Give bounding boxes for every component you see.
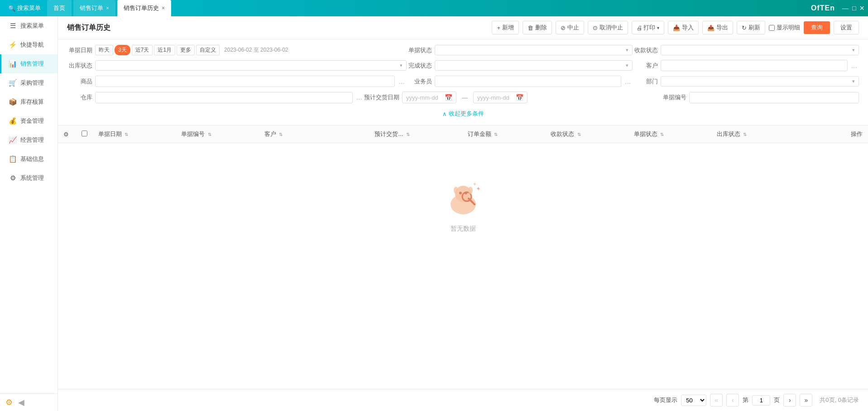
first-page-btn[interactable]: « — [710, 394, 723, 406]
date-btn-7days[interactable]: 近7天 — [132, 45, 153, 55]
sidebar-item-search[interactable]: ☰ 搜索菜单 — [0, 16, 58, 35]
last-page-btn[interactable]: » — [800, 394, 812, 406]
empty-illustration: ✦ ✦ — [436, 170, 490, 225]
warehouse-control: ... — [95, 92, 364, 103]
th-bill-status[interactable]: 单据状态 ⇅ — [628, 126, 711, 143]
collapse-up-icon: ∧ — [442, 111, 447, 117]
date-btn-yesterday[interactable]: 昨天 — [95, 45, 113, 55]
empty-state: ✦ ✦ 暂无数据 — [58, 143, 868, 260]
order-no-input[interactable] — [689, 92, 859, 103]
customer-browse-btn[interactable]: ... — [849, 62, 859, 70]
tab-sales-order-close[interactable]: × — [106, 5, 109, 11]
expected-date-label: 预计交货日期 — [364, 93, 399, 102]
complete-select[interactable]: ▾ — [435, 60, 633, 71]
setting-button[interactable]: 设置 — [834, 21, 859, 34]
filter-outbound: 出库状态 ▾ — [67, 60, 407, 71]
sidebar-item-operations[interactable]: 📈 经营管理 — [0, 131, 58, 150]
date-btn-custom[interactable]: 自定义 — [196, 45, 220, 55]
tab-sales-order-history[interactable]: 销售订单历史 × — [117, 0, 171, 16]
bill-status-select[interactable]: ▾ — [435, 45, 633, 55]
sales-rep-input[interactable] — [435, 76, 621, 87]
sidebar-settings-icon[interactable]: ⚙ — [5, 397, 13, 407]
th-amount[interactable]: 订单金额 ⇅ — [462, 126, 545, 143]
btn-export-label: 导出 — [716, 24, 728, 32]
tab-sales-order-label: 销售订单 — [80, 4, 103, 12]
th-expected-date[interactable]: 预计交货... ⇅ — [369, 126, 462, 143]
sidebar-item-inventory[interactable]: 📦 库存核算 — [0, 92, 58, 111]
btn-print[interactable]: 🖨 打印 ▾ — [632, 21, 664, 34]
warehouse-label: 仓库 — [67, 93, 92, 102]
btn-import[interactable]: 📥 导入 — [668, 21, 699, 34]
show-detail-check[interactable]: 显示明细 — [769, 24, 800, 32]
sidebar-item-quicknav[interactable]: ⚡ 快捷导航 — [0, 35, 58, 54]
outbound-select[interactable]: ▾ — [95, 60, 407, 71]
next-page-btn[interactable]: › — [783, 394, 796, 406]
table-header: ⚙ 单据日期 ⇅ 单据编号 ⇅ — [58, 126, 868, 143]
th-outbound-status[interactable]: 出库状态 ⇅ — [711, 126, 794, 143]
content-area: 销售订单历史 + 新增 🗑 删除 ⊘ 中止 ⊙ 取消中止 — [58, 16, 868, 411]
tab-sales-order-history-label: 销售订单历史 — [124, 4, 159, 12]
sidebar-item-system[interactable]: ⚙ 系统管理 — [0, 169, 58, 188]
th-outbound-status-sort: ⇅ — [743, 132, 747, 137]
th-order-no-label: 单据编号 — [181, 131, 205, 137]
query-button[interactable]: 查询 — [804, 21, 830, 34]
th-settings[interactable]: ⚙ — [58, 126, 76, 143]
collapse-bar[interactable]: ∧ 收起更多条件 — [67, 108, 859, 120]
customer-control: ... — [661, 60, 859, 71]
receipt-status-select[interactable]: ▾ — [661, 45, 859, 55]
btn-export[interactable]: 📤 导出 — [702, 21, 733, 34]
prev-page-btn[interactable]: ‹ — [726, 394, 739, 406]
tab-sales-order-history-close[interactable]: × — [162, 5, 165, 11]
tab-home[interactable]: 首页 — [47, 0, 72, 16]
empty-state-row: ✦ ✦ 暂无数据 — [58, 143, 868, 261]
customer-input[interactable] — [661, 60, 847, 71]
date-from-input[interactable]: yyyy-mm-dd 📅 — [402, 92, 456, 103]
search-menu-btn[interactable]: 🔍 搜索菜单 — [4, 2, 45, 14]
btn-cancel-stop[interactable]: ⊙ 取消中止 — [588, 21, 628, 34]
date-label: 单据日期 — [67, 46, 92, 54]
settings-icon[interactable]: ⚙ — [63, 131, 69, 138]
btn-stop-label: 中止 — [567, 24, 579, 32]
dept-select[interactable]: ▾ — [661, 76, 859, 87]
th-date[interactable]: 单据日期 ⇅ — [93, 126, 176, 143]
date-btn-1month[interactable]: 近1月 — [154, 45, 175, 55]
minimize-btn[interactable]: — — [842, 5, 849, 12]
close-btn[interactable]: × — [859, 4, 864, 13]
th-check[interactable] — [76, 126, 93, 143]
page-label-post: 页 — [774, 396, 780, 404]
goods-input[interactable] — [95, 76, 395, 87]
sidebar-item-purchase[interactable]: 🛒 采购管理 — [0, 73, 58, 92]
sales-rep-browse-btn[interactable]: ... — [623, 77, 633, 86]
th-receipt-status[interactable]: 收款状态 ⇅ — [545, 126, 628, 143]
goods-browse-btn[interactable]: ... — [397, 77, 406, 86]
svg-point-2 — [459, 192, 462, 194]
maximize-btn[interactable]: □ — [852, 5, 856, 12]
sales-rep-control: ... — [435, 76, 633, 87]
sidebar-item-basicinfo[interactable]: 📋 基础信息 — [0, 150, 58, 169]
warehouse-browse-btn[interactable]: ... — [355, 93, 364, 102]
current-page-input[interactable] — [752, 395, 770, 406]
cal-from-icon[interactable]: 📅 — [445, 94, 452, 101]
date-btn-3days[interactable]: 3天 — [115, 45, 130, 55]
date-to-input[interactable]: yyyy-mm-dd 📅 — [473, 92, 528, 103]
page-size-select[interactable]: 50 10 20 100 — [681, 395, 706, 406]
btn-delete[interactable]: 🗑 删除 — [523, 21, 552, 34]
sidebar-item-sales[interactable]: 📊 销售管理 — [0, 54, 58, 73]
sidebar-label-sales: 销售管理 — [20, 60, 44, 68]
select-all-checkbox[interactable] — [82, 131, 87, 136]
th-customer[interactable]: 客户 ⇅ — [259, 126, 369, 143]
tab-sales-order[interactable]: 销售订单 × — [73, 0, 115, 16]
search-menu-icon: ☰ — [9, 22, 17, 30]
btn-stop[interactable]: ⊘ 中止 — [556, 21, 584, 34]
warehouse-input[interactable] — [95, 92, 353, 103]
sidebar-collapse-icon[interactable]: ◀ — [18, 397, 24, 407]
show-detail-checkbox[interactable] — [769, 25, 775, 31]
th-order-no[interactable]: 单据编号 ⇅ — [176, 126, 259, 143]
pagination: 每页显示 50 10 20 100 « ‹ 第 页 › » 共0页, 0条记录 — [58, 389, 868, 411]
sidebar-item-finance[interactable]: 💰 资金管理 — [0, 111, 58, 131]
cal-to-icon[interactable]: 📅 — [516, 94, 523, 101]
btn-new[interactable]: + 新增 — [492, 21, 519, 34]
btn-refresh[interactable]: ↻ 刷新 — [737, 21, 765, 34]
date-btn-more[interactable]: 更多 — [177, 45, 195, 55]
main-layout: ☰ 搜索菜单 ⚡ 快捷导航 📊 销售管理 🛒 采购管理 📦 库存核算 💰 资金管… — [0, 16, 868, 411]
